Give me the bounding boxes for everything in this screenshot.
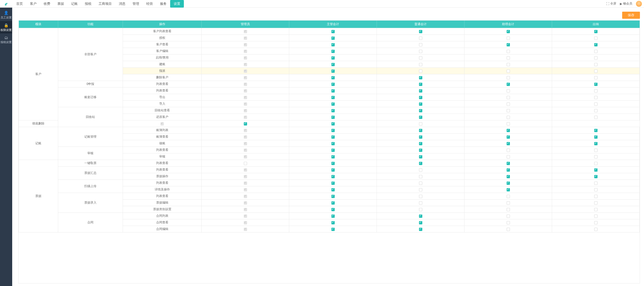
checkbox[interactable] [244, 162, 247, 165]
checkbox[interactable] [419, 182, 422, 185]
checkbox[interactable] [507, 175, 510, 178]
checkbox[interactable] [331, 142, 335, 145]
checkbox[interactable] [331, 43, 335, 46]
checkbox[interactable] [331, 50, 335, 53]
checkbox[interactable] [507, 182, 510, 185]
checkbox[interactable] [419, 162, 422, 165]
checkbox[interactable] [507, 30, 510, 33]
checkbox[interactable] [507, 142, 510, 145]
checkbox[interactable] [507, 102, 510, 106]
checkbox[interactable] [419, 142, 422, 145]
checkbox[interactable] [419, 195, 422, 198]
checkbox[interactable] [331, 155, 335, 158]
checkbox[interactable] [331, 221, 335, 224]
checkbox[interactable] [419, 102, 422, 106]
checkbox[interactable] [507, 129, 510, 132]
sidebar-item-tax[interactable]: 🗂报税设置 [0, 33, 12, 46]
checkbox[interactable] [331, 175, 335, 178]
checkbox[interactable] [419, 89, 422, 93]
sidebar-item-staff[interactable]: 👤员工设置 [0, 9, 12, 21]
checkbox[interactable] [594, 129, 598, 132]
checkbox[interactable] [594, 63, 598, 66]
checkbox[interactable] [594, 50, 598, 53]
checkbox[interactable] [594, 116, 598, 119]
checkbox[interactable] [594, 89, 598, 93]
save-button[interactable]: 保存 [622, 12, 640, 19]
avatar[interactable] [636, 1, 642, 7]
checkbox[interactable] [594, 182, 598, 185]
checkbox[interactable] [331, 83, 335, 86]
checkbox[interactable] [331, 168, 335, 172]
checkbox[interactable] [419, 201, 422, 205]
checkbox[interactable] [419, 129, 422, 132]
member-button[interactable]: ▶畅会员 [620, 2, 632, 6]
checkbox[interactable] [594, 96, 598, 99]
nav-item[interactable]: 首页 [13, 0, 26, 8]
checkbox[interactable] [507, 188, 510, 191]
checkbox[interactable] [419, 122, 422, 126]
checkbox[interactable] [507, 168, 510, 172]
checkbox[interactable] [331, 109, 335, 112]
checkbox[interactable] [594, 135, 598, 139]
checkbox[interactable] [331, 37, 335, 40]
checkbox[interactable] [419, 69, 422, 73]
checkbox[interactable] [331, 56, 335, 60]
checkbox[interactable] [419, 63, 422, 66]
checkbox[interactable] [594, 83, 598, 86]
checkbox[interactable] [594, 175, 598, 178]
checkbox[interactable] [594, 37, 598, 40]
checkbox[interactable] [419, 56, 422, 60]
nav-item[interactable]: 服务 [156, 0, 170, 8]
checkbox[interactable] [331, 195, 335, 198]
checkbox[interactable] [507, 50, 510, 53]
checkbox[interactable] [594, 168, 598, 172]
checkbox[interactable] [507, 83, 510, 86]
checkbox[interactable] [419, 50, 422, 53]
checkbox[interactable] [331, 96, 335, 99]
checkbox[interactable] [331, 63, 335, 66]
checkbox[interactable] [594, 188, 598, 191]
checkbox[interactable] [331, 76, 335, 79]
checkbox[interactable] [594, 155, 598, 158]
nav-item[interactable]: 经营 [143, 0, 156, 8]
checkbox[interactable] [507, 37, 510, 40]
checkbox[interactable] [419, 109, 422, 112]
checkbox[interactable] [244, 122, 247, 126]
checkbox[interactable] [331, 188, 335, 191]
checkbox[interactable] [507, 208, 510, 211]
checkbox[interactable] [507, 201, 510, 205]
checkbox[interactable] [419, 208, 422, 211]
nav-item[interactable]: 收费 [40, 0, 54, 8]
checkbox[interactable] [594, 214, 598, 218]
permissions-table-wrap[interactable]: 模块功能操作管理员主管会计普通会计助理会计出纳 客户全部客户客户列表查看授权客户… [18, 20, 640, 283]
checkbox[interactable] [331, 89, 335, 93]
checkbox[interactable] [507, 149, 510, 152]
sidebar-item-permission[interactable]: 🔒权限设置 [0, 21, 12, 33]
checkbox[interactable] [507, 89, 510, 93]
nav-item[interactable]: 消息 [115, 0, 129, 8]
checkbox[interactable] [331, 214, 335, 218]
nav-item[interactable]: 记账 [68, 0, 81, 8]
checkbox[interactable] [419, 221, 422, 224]
nav-item[interactable]: 客户 [26, 0, 40, 8]
checkbox[interactable] [594, 69, 598, 73]
checkbox[interactable] [507, 116, 510, 119]
checkbox[interactable] [594, 56, 598, 60]
checkbox[interactable] [507, 56, 510, 60]
checkbox[interactable] [331, 102, 335, 106]
checkbox[interactable] [419, 30, 422, 33]
checkbox[interactable] [331, 228, 335, 231]
checkbox[interactable] [594, 142, 598, 145]
checkbox[interactable] [331, 208, 335, 211]
checkbox[interactable] [507, 63, 510, 66]
checkbox[interactable] [331, 135, 335, 139]
nav-item[interactable]: 票据 [54, 0, 68, 8]
checkbox[interactable] [419, 214, 422, 218]
checkbox[interactable] [507, 155, 510, 158]
nav-item[interactable]: 工商项目 [95, 0, 115, 8]
checkbox[interactable] [594, 201, 598, 205]
checkbox[interactable] [419, 116, 422, 119]
checkbox[interactable] [331, 201, 335, 205]
checkbox[interactable] [419, 43, 422, 46]
checkbox[interactable] [507, 76, 510, 79]
